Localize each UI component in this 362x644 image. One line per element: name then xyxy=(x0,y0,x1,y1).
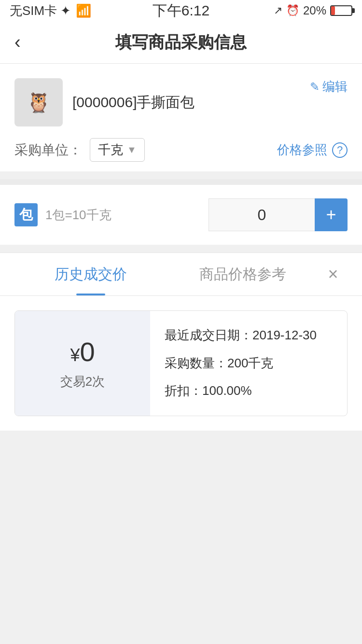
plus-icon: + xyxy=(326,205,336,225)
unit-dropdown-arrow: ▼ xyxy=(127,144,137,155)
quantity-value: 0 xyxy=(258,206,266,224)
price-reference-button[interactable]: 价格参照 ? xyxy=(277,141,348,158)
quantity-left-group: 包 1包=10千克 xyxy=(14,203,111,226)
quantity-unit-hint: 1包=10千克 xyxy=(45,207,111,224)
product-info: 🦉 [0000006]手撕面包 xyxy=(14,78,310,126)
main-content-area xyxy=(0,431,362,644)
history-price-summary: ¥0 交易2次 xyxy=(15,311,150,416)
detail-qty-label: 采购数量： xyxy=(165,356,227,370)
history-price-details: 最近成交日期：2019-12-30 采购数量：200千克 折扣：100.00% xyxy=(150,311,347,416)
detail-discount-row: 折扣：100.00% xyxy=(165,381,333,401)
price-ref-help-icon: ? xyxy=(332,142,348,158)
detail-date-row: 最近成交日期：2019-12-30 xyxy=(165,325,333,346)
price-ref-label: 价格参照 xyxy=(277,141,327,158)
trade-count: 交易2次 xyxy=(60,373,105,390)
back-button[interactable]: ‹ xyxy=(14,32,21,53)
unit-value: 千克 xyxy=(98,141,123,158)
edit-icon: ✎ xyxy=(310,80,320,94)
tab-product-label: 商品价格参考 xyxy=(199,265,286,284)
tab-product-price[interactable]: 商品价格参考 xyxy=(167,253,319,295)
history-price-value: ¥0 xyxy=(70,336,95,367)
close-panel-button[interactable]: × xyxy=(319,260,348,289)
carrier-text: 无SIM卡 ✦ xyxy=(10,2,71,19)
product-image-placeholder: 🦉 xyxy=(27,91,51,114)
close-icon: × xyxy=(328,264,338,284)
status-carrier: 无SIM卡 ✦ 📶 xyxy=(10,2,91,19)
price-tabs: 历史成交价 商品价格参考 × xyxy=(0,253,362,296)
detail-qty-row: 采购数量：200千克 xyxy=(165,353,333,374)
quantity-row: 包 1包=10千克 0 + xyxy=(0,185,362,245)
product-thumbnail: 🦉 xyxy=(14,78,63,126)
edit-label: 编辑 xyxy=(322,78,348,95)
status-time: 下午6:12 xyxy=(153,1,209,21)
quantity-unit-icon: 包 xyxy=(14,203,38,226)
detail-date-value: 2019-12-30 xyxy=(252,328,317,342)
gps-icon: ↗ xyxy=(274,4,282,17)
history-price-section: ¥0 交易2次 最近成交日期：2019-12-30 采购数量：200千克 折扣：… xyxy=(0,296,362,431)
unit-select[interactable]: 千克 ▼ xyxy=(90,138,145,162)
tab-history-label: 历史成交价 xyxy=(55,265,127,284)
divider xyxy=(0,179,362,185)
currency-symbol: ¥ xyxy=(70,345,80,365)
detail-qty-value: 200千克 xyxy=(227,356,273,370)
detail-discount-value: 100.00% xyxy=(202,383,252,398)
product-card: 🦉 [0000006]手撕面包 ✎ 编辑 采购单位： 千克 ▼ 价格参照 ? xyxy=(0,64,362,171)
unit-row: 采购单位： 千克 ▼ xyxy=(14,138,145,162)
product-footer: 采购单位： 千克 ▼ 价格参照 ? xyxy=(14,138,348,162)
battery-pct-text: 20% xyxy=(303,4,326,17)
unit-label: 采购单位： xyxy=(14,141,82,159)
tab-history-price[interactable]: 历史成交价 xyxy=(14,253,167,295)
battery-icon xyxy=(330,5,352,16)
alarm-icon: ⏰ xyxy=(286,4,299,17)
status-right-group: ↗ ⏰ 20% xyxy=(274,4,352,17)
quantity-plus-button[interactable]: + xyxy=(315,198,348,231)
edit-button[interactable]: ✎ 编辑 xyxy=(310,78,348,95)
status-bar: 无SIM卡 ✦ 📶 下午6:12 ↗ ⏰ 20% xyxy=(0,0,362,21)
quantity-input[interactable]: 0 xyxy=(209,198,315,231)
wifi-icon: 📶 xyxy=(76,3,91,18)
detail-date-label: 最近成交日期： xyxy=(165,328,252,342)
detail-discount-label: 折扣： xyxy=(165,383,202,398)
quantity-controls: 0 + xyxy=(209,198,348,231)
product-header: 🦉 [0000006]手撕面包 ✎ 编辑 xyxy=(14,78,348,126)
price-panel: 历史成交价 商品价格参考 × ¥0 交易2次 最近成交日期：2019-12-30… xyxy=(0,252,362,431)
history-price-card: ¥0 交易2次 最近成交日期：2019-12-30 采购数量：200千克 折扣：… xyxy=(14,310,348,416)
page-title: 填写商品采购信息 xyxy=(115,31,247,54)
nav-bar: ‹ 填写商品采购信息 xyxy=(0,21,362,64)
product-name: [0000006]手撕面包 xyxy=(72,93,195,112)
